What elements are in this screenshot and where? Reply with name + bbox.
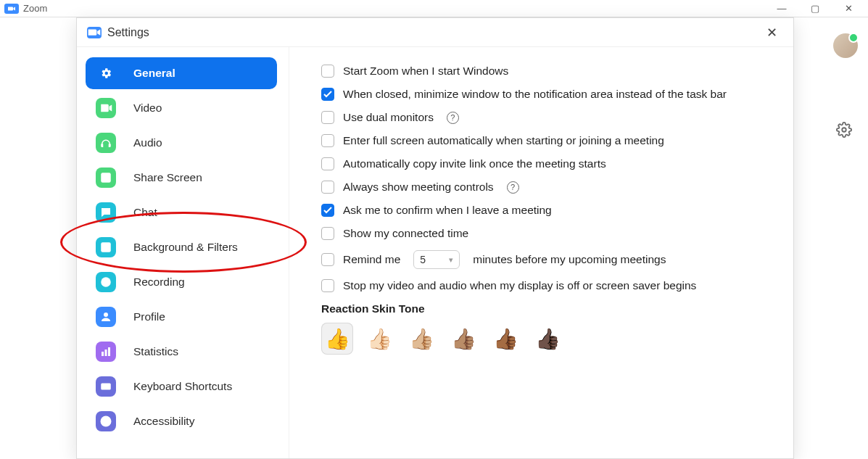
sidebar-icon bbox=[96, 272, 116, 292]
skin-tone-1[interactable]: 👍🏻 bbox=[363, 323, 395, 355]
label: Enter full screen automatically when sta… bbox=[343, 134, 664, 147]
remind-value: 5 bbox=[420, 254, 426, 265]
sidebar-label: General bbox=[133, 67, 175, 80]
checkbox-always-controls[interactable] bbox=[321, 181, 334, 194]
sidebar-item-general[interactable]: General bbox=[86, 57, 277, 89]
checkbox-start-windows[interactable] bbox=[321, 65, 334, 78]
skin-tone-0[interactable]: 👍 bbox=[321, 323, 353, 355]
sidebar-item-background-filters[interactable]: Background & Filters bbox=[86, 231, 277, 263]
chevron-down-icon: ▾ bbox=[449, 255, 453, 265]
label: When closed, minimize window to the noti… bbox=[343, 88, 727, 101]
sidebar-item-video[interactable]: Video bbox=[86, 92, 277, 124]
sidebar-label: Keyboard Shortcuts bbox=[133, 380, 232, 393]
app-title: Zoom bbox=[23, 3, 47, 14]
skin-tone-5[interactable]: 👍🏿 bbox=[532, 323, 563, 355]
modal-title: Settings bbox=[107, 26, 149, 39]
remind-minutes-select[interactable]: 5▾ bbox=[413, 250, 460, 269]
skin-tone-row: 👍👍🏻👍🏼👍🏽👍🏾👍🏿 bbox=[321, 323, 766, 355]
zoom-logo-icon bbox=[87, 27, 102, 38]
svg-rect-16 bbox=[103, 387, 109, 389]
skin-tone-2[interactable]: 👍🏼 bbox=[405, 323, 437, 355]
svg-rect-12 bbox=[104, 385, 105, 386]
sidebar-icon bbox=[96, 202, 116, 223]
svg-point-0 bbox=[842, 128, 846, 132]
svg-rect-15 bbox=[109, 385, 110, 386]
checkbox-remind[interactable] bbox=[321, 253, 334, 266]
remind-prefix: Remind me bbox=[343, 253, 400, 266]
sidebar-item-audio[interactable]: Audio bbox=[86, 127, 277, 159]
svg-rect-9 bbox=[108, 347, 110, 356]
maximize-button[interactable]: ▢ bbox=[798, 0, 832, 16]
checkbox-copy-invite[interactable] bbox=[321, 157, 334, 170]
settings-modal: Settings ✕ GeneralVideoAudioShare Screen… bbox=[76, 17, 794, 459]
label: Use dual monitors bbox=[343, 111, 434, 124]
avatar[interactable] bbox=[833, 33, 858, 58]
sidebar-icon bbox=[96, 376, 116, 397]
svg-point-18 bbox=[104, 418, 108, 421]
gear-icon[interactable] bbox=[836, 122, 852, 141]
settings-content: Start Zoom when I start Windows When clo… bbox=[289, 47, 793, 458]
checkbox-dual-monitors[interactable] bbox=[321, 111, 334, 124]
sidebar-icon bbox=[96, 342, 116, 362]
sidebar-icon bbox=[96, 411, 116, 431]
svg-rect-11 bbox=[102, 385, 104, 386]
settings-sidebar: GeneralVideoAudioShare ScreenChatBackgro… bbox=[77, 47, 289, 458]
sidebar-icon bbox=[96, 307, 116, 327]
sidebar-label: Statistics bbox=[133, 345, 178, 358]
label: Start Zoom when I start Windows bbox=[343, 65, 508, 78]
skin-tone-3[interactable]: 👍🏽 bbox=[447, 323, 479, 355]
sidebar-label: Background & Filters bbox=[133, 241, 238, 254]
sidebar-label: Recording bbox=[133, 276, 185, 289]
skin-tone-4[interactable]: 👍🏾 bbox=[489, 323, 521, 355]
help-icon[interactable]: ? bbox=[507, 181, 519, 194]
close-button[interactable]: ✕ bbox=[832, 0, 865, 16]
checkbox-fullscreen-join[interactable] bbox=[321, 134, 334, 147]
label: Always show meeting controls bbox=[343, 181, 494, 194]
sidebar-label: Audio bbox=[133, 136, 162, 149]
sidebar-label: Profile bbox=[133, 310, 165, 323]
checkbox-confirm-leave[interactable] bbox=[321, 204, 334, 217]
close-icon[interactable]: ✕ bbox=[761, 22, 783, 44]
label: Show my connected time bbox=[343, 227, 468, 240]
app-titlebar: Zoom — ▢ ✕ bbox=[0, 0, 868, 17]
sidebar-item-share-screen[interactable]: Share Screen bbox=[86, 162, 277, 194]
svg-point-5 bbox=[104, 281, 108, 284]
label: Automatically copy invite link once the … bbox=[343, 157, 606, 170]
sidebar-label: Accessibility bbox=[133, 415, 194, 428]
sidebar-icon bbox=[96, 63, 116, 83]
svg-rect-10 bbox=[101, 384, 111, 390]
sidebar-item-chat[interactable]: Chat bbox=[86, 197, 277, 228]
sidebar-item-accessibility[interactable]: Accessibility bbox=[86, 405, 277, 437]
sidebar-item-keyboard-shortcuts[interactable]: Keyboard Shortcuts bbox=[86, 371, 277, 402]
checkbox-connected-time[interactable] bbox=[321, 227, 334, 240]
svg-rect-8 bbox=[105, 350, 107, 356]
checkbox-minimize-tray[interactable] bbox=[321, 88, 334, 101]
minimize-button[interactable]: — bbox=[765, 0, 798, 16]
sidebar-item-profile[interactable]: Profile bbox=[86, 301, 277, 333]
sidebar-icon bbox=[96, 98, 116, 118]
sidebar-label: Chat bbox=[133, 206, 157, 219]
sidebar-label: Share Screen bbox=[133, 171, 202, 184]
svg-rect-14 bbox=[107, 385, 109, 386]
svg-rect-7 bbox=[102, 352, 104, 356]
reaction-heading: Reaction Skin Tone bbox=[321, 302, 766, 315]
svg-point-3 bbox=[104, 244, 108, 248]
sidebar-icon bbox=[96, 237, 116, 257]
svg-rect-13 bbox=[105, 385, 107, 386]
sidebar-item-recording[interactable]: Recording bbox=[86, 266, 277, 298]
checkbox-stop-on-sleep[interactable] bbox=[321, 279, 334, 292]
label: Ask me to confirm when I leave a meeting bbox=[343, 204, 552, 217]
sidebar-icon bbox=[96, 168, 116, 188]
sidebar-icon bbox=[96, 133, 116, 153]
label: Stop my video and audio when my display … bbox=[343, 279, 696, 292]
svg-point-6 bbox=[104, 313, 108, 317]
zoom-logo-icon bbox=[4, 4, 19, 14]
sidebar-item-statistics[interactable]: Statistics bbox=[86, 336, 277, 368]
help-icon[interactable]: ? bbox=[447, 112, 459, 124]
sidebar-label: Video bbox=[133, 102, 162, 115]
remind-suffix: minutes before my upcoming meetings bbox=[473, 253, 666, 266]
